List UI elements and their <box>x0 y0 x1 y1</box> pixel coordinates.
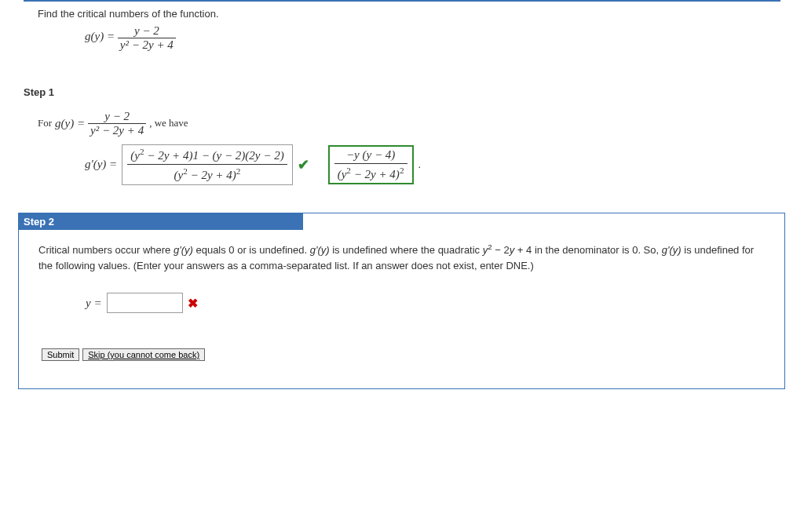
step2-panel: Step 2 Critical numbers occur where g'(y… <box>18 213 785 390</box>
step1-for: For <box>38 117 52 129</box>
step1-gy: g(y) = <box>55 117 85 130</box>
correct-answer-box: −y (y − 4) (y2 − 2y + 4)2 <box>328 145 414 185</box>
step1-heading: Step 1 <box>24 86 780 98</box>
deriv-lhs: g'(y) = <box>85 158 117 171</box>
step1-restate: For g(y) = y − 2 y² − 2y + 4 , we have <box>38 110 780 137</box>
check-icon: ✔ <box>298 156 309 173</box>
function-definition: g(y) = y − 2 y² − 2y + 4 <box>85 24 780 51</box>
derivative-row: g'(y) = (y2 − 2y + 4)1 − (y − 2)(2y − 2)… <box>85 144 780 185</box>
step2-heading: Step 2 <box>19 213 303 230</box>
submit-button[interactable]: Submit <box>42 348 79 361</box>
func-numerator: y − 2 <box>118 24 176 38</box>
func-lhs: g(y) = <box>85 30 118 42</box>
skip-button[interactable]: Skip (you cannot come back) <box>82 348 205 361</box>
student-answer-box[interactable]: (y2 − 2y + 4)1 − (y − 2)(2y − 2) (y2 − 2… <box>122 144 292 185</box>
step1-wehave: , we have <box>149 117 188 129</box>
wrong-icon: ✖ <box>188 296 198 311</box>
step2-instructions: Critical numbers occur where g'(y) equal… <box>38 241 770 275</box>
func-denominator: y² − 2y + 4 <box>118 38 176 52</box>
step1-frac-den: y² − 2y + 4 <box>88 124 146 137</box>
step1-frac-num: y − 2 <box>88 110 146 124</box>
question-prompt: Find the critical numbers of the functio… <box>38 8 780 20</box>
answer-input[interactable] <box>107 293 183 313</box>
answer-label: y = <box>86 297 102 310</box>
period: . <box>418 159 422 170</box>
